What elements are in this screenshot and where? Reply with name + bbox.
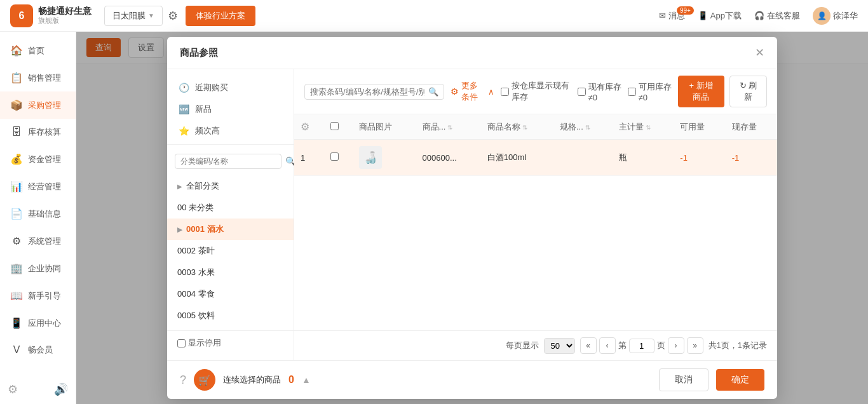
table-settings-icon[interactable]: ⚙ xyxy=(301,121,309,132)
product-table-container: ⚙ 商品图片 商品... 商品名称 规格... 主计量 可用量 现存量 xyxy=(294,114,777,330)
collapse-icon[interactable]: ▲ xyxy=(302,375,311,385)
logo-text: 畅捷通好生意 旗舰版 xyxy=(38,6,92,26)
cell-index: 1 xyxy=(294,140,324,176)
new-icon: 🆕 xyxy=(177,104,190,114)
cat-item-0001[interactable]: ▶ 0001 酒水 xyxy=(167,219,294,240)
page-label: 第 xyxy=(618,340,627,351)
cancel-button[interactable]: 取消 xyxy=(659,368,709,391)
sidebar-item-purchase[interactable]: 📦 采购管理 xyxy=(0,91,76,119)
cell-available: -1 xyxy=(674,140,725,176)
col-spec[interactable]: 规格... xyxy=(553,114,613,140)
volume-icon[interactable]: 🔊 xyxy=(54,382,68,396)
sidebar-item-label: 畅会员 xyxy=(28,344,53,356)
basic-icon: 📄 xyxy=(10,208,23,220)
experience-button[interactable]: 体验行业方案 xyxy=(186,6,255,26)
close-icon[interactable]: ✕ xyxy=(755,46,764,60)
sidebar-item-inventory[interactable]: 🗄 库存核算 xyxy=(0,119,76,145)
table-row[interactable]: 1 🍶 000600... 白酒100ml 瓶 xyxy=(294,140,777,176)
avatar: 👤 xyxy=(813,7,831,25)
gear-icon[interactable]: ⚙ xyxy=(168,9,178,23)
row-checkbox[interactable] xyxy=(330,152,339,161)
cat-item-0004[interactable]: 0004 零食 xyxy=(167,283,294,305)
logo-icon: 6 xyxy=(10,4,33,27)
usable-nonzero-checkbox[interactable] xyxy=(628,88,636,96)
chevron-down-icon: ▼ xyxy=(148,12,154,19)
store-selector[interactable]: 日太阳膜 ▼ xyxy=(104,6,163,26)
right-panel: 🔍 ⚙ 更多条件 ∧ 按仓库显示现有库存 xyxy=(294,69,777,360)
sidebar-item-guide[interactable]: 📖 新手引导 xyxy=(0,282,76,309)
sidebar-item-label: 企业协同 xyxy=(28,263,61,274)
service-nav-item[interactable]: 🎧 在线客服 xyxy=(754,10,800,22)
sidebar-item-member[interactable]: V 畅会员 xyxy=(0,337,76,363)
show-disabled-label[interactable]: 显示停用 xyxy=(177,337,221,349)
quick-item-new[interactable]: 🆕 新品 xyxy=(167,98,294,120)
cell-stock: -1 xyxy=(726,140,777,176)
last-page-button[interactable]: » xyxy=(687,337,703,354)
search-icon[interactable]: 🔍 xyxy=(428,87,438,97)
sidebar-item-operation[interactable]: 📊 经营管理 xyxy=(0,173,76,200)
quick-item-recent[interactable]: 🕐 近期购买 xyxy=(167,77,294,98)
filter-bar: 🔍 ⚙ 更多条件 ∧ 按仓库显示现有库存 xyxy=(294,69,777,114)
more-conditions-button[interactable]: ⚙ 更多条件 ∧ xyxy=(451,80,494,103)
select-all-checkbox[interactable] xyxy=(330,122,339,130)
sidebar-item-label: 应用中心 xyxy=(28,318,61,329)
col-product-code[interactable]: 商品... xyxy=(416,114,481,140)
first-page-button[interactable]: « xyxy=(580,337,597,354)
sidebar-item-enterprise[interactable]: 🏢 企业协同 xyxy=(0,255,76,282)
modal-footer: ? 🛒 连续选择的商品 0 ▲ 取消 确定 xyxy=(167,360,777,399)
page-size-select[interactable]: 50 xyxy=(544,338,575,354)
sidebar-item-label: 首页 xyxy=(28,45,44,57)
cell-spec xyxy=(553,140,613,176)
check-available-nonzero-filter[interactable]: 现有库存≠0 xyxy=(578,81,621,102)
available-nonzero-checkbox[interactable] xyxy=(578,88,586,96)
messages-nav-item[interactable]: ✉ 消息 99+ xyxy=(659,10,685,22)
sidebar-item-label: 销售管理 xyxy=(28,72,61,84)
category-search-area: 🔍 xyxy=(167,150,294,173)
cat-item-0002[interactable]: 0002 茶叶 xyxy=(167,240,294,262)
warehouse-checkbox[interactable] xyxy=(501,88,509,96)
show-disabled-checkbox[interactable] xyxy=(177,339,186,347)
help-icon[interactable]: ? xyxy=(180,374,186,387)
page-input[interactable] xyxy=(629,339,654,353)
product-search-input[interactable] xyxy=(310,87,424,97)
left-panel: 🕐 近期购买 🆕 新品 ⭐ 频次高 xyxy=(167,69,294,360)
cart-icon[interactable]: 🛒 xyxy=(194,369,215,391)
confirm-button[interactable]: 确定 xyxy=(716,369,764,391)
enterprise-icon: 🏢 xyxy=(10,262,23,274)
sidebar-item-apps[interactable]: 📱 应用中心 xyxy=(0,309,76,337)
next-page-button[interactable]: › xyxy=(668,337,684,354)
cell-unit: 瓶 xyxy=(613,140,674,176)
operation-icon: 📊 xyxy=(10,180,23,192)
sales-icon: 📋 xyxy=(10,72,23,84)
prev-page-button[interactable]: ‹ xyxy=(599,337,616,354)
sidebar-item-basic[interactable]: 📄 基础信息 xyxy=(0,200,76,227)
check-warehouse-filter[interactable]: 按仓库显示现有库存 xyxy=(501,80,571,103)
sidebar-item-home[interactable]: 🏠 首页 xyxy=(0,37,76,64)
sidebar-item-finance[interactable]: 💰 资金管理 xyxy=(0,145,76,173)
sidebar-item-system[interactable]: ⚙ 系统管理 xyxy=(0,227,76,255)
col-checkbox[interactable] xyxy=(324,114,353,140)
top-navigation: 6 畅捷通好生意 旗舰版 日太阳膜 ▼ ⚙ 体验行业方案 ✉ 消息 99+ 📱 … xyxy=(0,0,868,32)
settings-bottom-icon[interactable]: ⚙ xyxy=(8,382,18,396)
recent-icon: 🕐 xyxy=(177,83,190,93)
quick-access: 🕐 近期购买 🆕 新品 ⭐ 频次高 xyxy=(167,74,294,145)
category-search-input[interactable] xyxy=(175,154,281,169)
col-settings[interactable]: ⚙ xyxy=(294,114,324,140)
cat-item-00[interactable]: 00 未分类 xyxy=(167,197,294,219)
cell-checkbox[interactable] xyxy=(324,140,353,176)
add-product-button[interactable]: + 新增商品 xyxy=(678,76,724,107)
cell-image: 🍶 xyxy=(353,140,416,176)
user-nav-item[interactable]: 👤 徐泽华 xyxy=(813,7,858,25)
background-content: 查询 设置 商品参照 ✕ 🕐 近期购买 xyxy=(76,32,868,404)
col-product-name[interactable]: 商品名称 xyxy=(481,114,553,140)
quick-item-frequent[interactable]: ⭐ 频次高 xyxy=(167,120,294,142)
messages-badge: 99+ xyxy=(677,6,694,15)
cat-item-0005[interactable]: 0005 饮料 xyxy=(167,305,294,327)
cat-item-0003[interactable]: 0003 水果 xyxy=(167,262,294,283)
cat-item-all[interactable]: ▶ 全部分类 xyxy=(167,175,294,197)
col-unit[interactable]: 主计量 xyxy=(613,114,674,140)
app-download-nav-item[interactable]: 📱 App下载 xyxy=(698,10,742,22)
sidebar-item-sales[interactable]: 📋 销售管理 xyxy=(0,64,76,91)
refresh-button[interactable]: ↻ 刷新 xyxy=(729,76,767,107)
check-usable-nonzero-filter[interactable]: 可用库存≠0 xyxy=(628,81,672,102)
